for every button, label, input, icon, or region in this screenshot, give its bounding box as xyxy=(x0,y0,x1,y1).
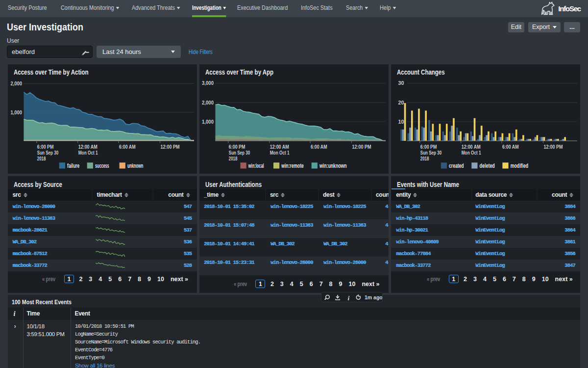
svg-text:6:00 PM: 6:00 PM xyxy=(229,143,245,149)
svg-text:Sun Sep 30: Sun Sep 30 xyxy=(37,149,58,155)
svg-text:modified: modified xyxy=(511,162,529,169)
svg-text:deleted: deleted xyxy=(480,162,495,169)
svg-text:Mon Oct 1: Mon Oct 1 xyxy=(78,149,98,155)
svg-text:3,000: 3,000 xyxy=(202,80,214,86)
svg-text:2018: 2018 xyxy=(420,155,429,161)
svg-text:win:remote: win:remote xyxy=(281,162,304,169)
svg-text:12:00 PM: 12:00 PM xyxy=(160,143,179,149)
svg-text:2018: 2018 xyxy=(37,155,46,161)
svg-text:unknown: unknown xyxy=(127,162,143,169)
svg-text:win:unknown: win:unknown xyxy=(319,162,346,169)
svg-text:success: success xyxy=(95,162,109,169)
svg-text:12:00 PM: 12:00 PM xyxy=(544,143,563,149)
svg-text:6:00 AM: 6:00 AM xyxy=(502,143,519,149)
svg-text:10: 10 xyxy=(398,118,404,124)
svg-text:2,000: 2,000 xyxy=(202,99,214,105)
svg-text:i: i xyxy=(348,294,350,301)
svg-text:12:00 AM: 12:00 AM xyxy=(462,143,481,149)
svg-text:failure: failure xyxy=(67,162,79,169)
svg-text:30: 30 xyxy=(398,80,404,86)
svg-text:win:local: win:local xyxy=(248,162,264,169)
svg-text:20: 20 xyxy=(398,99,404,105)
svg-text:created: created xyxy=(449,162,464,169)
svg-text:2,000: 2,000 xyxy=(10,80,22,86)
svg-text:1m ago: 1m ago xyxy=(365,294,382,300)
svg-text:Sun Sep 30: Sun Sep 30 xyxy=(420,149,441,155)
svg-text:1,000: 1,000 xyxy=(202,118,214,124)
svg-text:1,000: 1,000 xyxy=(10,109,22,115)
svg-text:Mon Oct 1: Mon Oct 1 xyxy=(270,149,290,155)
svg-text:6:00 PM: 6:00 PM xyxy=(420,143,437,149)
svg-text:2018: 2018 xyxy=(229,155,238,161)
svg-text:6:00 AM: 6:00 AM xyxy=(311,143,327,149)
svg-text:12:00 AM: 12:00 AM xyxy=(78,143,97,149)
svg-text:12:00 PM: 12:00 PM xyxy=(352,143,371,149)
svg-text:Sun Sep 30: Sun Sep 30 xyxy=(229,149,250,155)
svg-text:6:00 AM: 6:00 AM xyxy=(119,143,136,149)
svg-text:12:00 AM: 12:00 AM xyxy=(270,143,289,149)
svg-text:6:00 PM: 6:00 PM xyxy=(37,143,53,149)
svg-text:Mon Oct 1: Mon Oct 1 xyxy=(462,149,481,155)
